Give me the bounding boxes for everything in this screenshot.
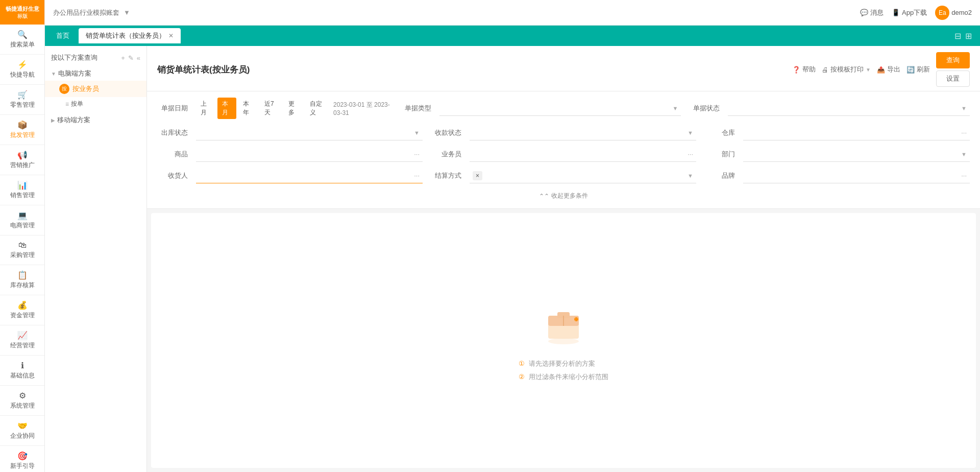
- date-btn-thisyear[interactable]: 本年: [238, 98, 258, 119]
- message-btn[interactable]: 💬 消息: [860, 8, 884, 17]
- ecommerce-icon: 💻: [2, 210, 42, 220]
- topbar-dropdown-btn[interactable]: ▼: [124, 9, 130, 16]
- settlement-tag-remove[interactable]: ×: [476, 172, 479, 179]
- settlement-field[interactable]: × ▼: [470, 168, 696, 183]
- doc-status-field[interactable]: ▼: [728, 101, 970, 116]
- search-icon: 🔍: [2, 30, 42, 39]
- tab-home[interactable]: 首页: [49, 28, 77, 43]
- print-label: 按模板打印: [830, 65, 864, 74]
- refresh-btn[interactable]: 🔄 刷新: [906, 65, 930, 74]
- sidebar-item-collab[interactable]: 🤝 企业协同: [0, 416, 44, 446]
- tab-maximize-btn[interactable]: ⊞: [965, 31, 972, 41]
- hint2-num: ②: [519, 373, 525, 381]
- add-scheme-btn[interactable]: +: [121, 54, 125, 62]
- sidebar-item-search-label: 搜索菜单: [10, 41, 35, 48]
- date-range-display: 2023-03-01 至 2023-03-31: [333, 101, 393, 116]
- dept-field[interactable]: ▼: [743, 147, 970, 162]
- receiver-field[interactable]: ···: [196, 168, 423, 183]
- empty-state: ① 请先选择要分析的方案 ② 用过滤条件来缩小分析范围: [151, 213, 976, 468]
- collapse-button[interactable]: ⌃⌃ 收起更多条件: [533, 190, 594, 202]
- doc-type-dropdown-icon: ▼: [672, 105, 678, 111]
- sidebar-item-system[interactable]: ⚙ 系统管理: [0, 386, 44, 416]
- topbar-left: 办公用品行业模拟账套 ▼: [53, 8, 130, 17]
- print-btn[interactable]: 🖨 按模板打印 ▼: [822, 65, 871, 74]
- print-dropdown-icon[interactable]: ▼: [866, 67, 871, 73]
- date-btn-lastmonth[interactable]: 上月: [196, 98, 215, 119]
- right-content: 销货单统计表(按业务员) ❓ 帮助 🖨 按模板打印 ▼ 📤 导出: [147, 46, 980, 472]
- hint1-text: 请先选择要分析的方案: [529, 360, 595, 367]
- system-icon: ⚙: [2, 391, 42, 400]
- sidebar-item-sales[interactable]: 📊 销售管理: [0, 175, 44, 205]
- date-btn-thismonth[interactable]: 本月: [217, 98, 237, 119]
- mobile-scheme-group-label: 移动端方案: [57, 115, 90, 125]
- collapse-panel-btn[interactable]: «: [137, 54, 140, 62]
- salesperson-scheme-icon: 按: [59, 84, 69, 94]
- sidebar-item-operations[interactable]: 📈 经营管理: [0, 325, 44, 356]
- receipt-status-label: 收款状态: [431, 128, 461, 137]
- operations-icon: 📈: [2, 331, 42, 340]
- date-btn-custom[interactable]: 自定义: [305, 98, 329, 119]
- salesperson-field[interactable]: ···: [470, 147, 696, 162]
- sidebar-item-search[interactable]: 🔍 搜索菜单: [0, 25, 44, 55]
- sidebar-item-system-label: 系统管理: [10, 402, 35, 409]
- tab-minimize-btn[interactable]: ⊟: [954, 31, 961, 41]
- goods-field[interactable]: ···: [196, 147, 423, 162]
- collapse-arrow-icon: ⌃⌃: [539, 193, 549, 200]
- doc-status-dropdown-icon: ▼: [961, 105, 967, 111]
- out-status-field[interactable]: ▼: [196, 125, 423, 140]
- doc-type-field[interactable]: ▼: [439, 101, 681, 116]
- scheme-item-by-salesperson[interactable]: 按 按业务员: [45, 81, 146, 97]
- help-btn[interactable]: ❓ 帮助: [792, 65, 816, 74]
- goods-more-icon[interactable]: ···: [414, 150, 420, 158]
- edit-scheme-btn[interactable]: ✎: [128, 54, 134, 62]
- collab-icon: 🤝: [2, 421, 42, 431]
- sidebar-item-finance[interactable]: 💰 资金管理: [0, 295, 44, 325]
- sidebar-item-basic-info[interactable]: ℹ 基础信息: [0, 356, 44, 386]
- tab-sales-stat[interactable]: 销货单统计表（按业务员） ✕: [79, 28, 181, 43]
- message-label: 消息: [870, 8, 884, 17]
- filter-area: 单据日期 上月 本月 本年 近7天 更多 自定义 2023-03-01 至 20…: [147, 91, 980, 209]
- date-btn-7days[interactable]: 近7天: [260, 98, 282, 119]
- empty-illustration: [538, 298, 589, 349]
- app-download-btn[interactable]: 📱 App下载: [892, 8, 927, 17]
- sidebar-item-marketing[interactable]: 📢 营销推广: [0, 145, 44, 175]
- receipt-status-field[interactable]: ▼: [470, 125, 696, 140]
- collapse-bar: ⌃⌃ 收起更多条件: [157, 190, 970, 202]
- settlement-dropdown-icon: ▼: [688, 173, 693, 179]
- brand-field[interactable]: ···: [743, 168, 970, 183]
- warehouse-field[interactable]: ···: [743, 125, 970, 140]
- sidebar-item-ecommerce[interactable]: 💻 电商管理: [0, 205, 44, 235]
- sidebar-item-quicknav[interactable]: ⚡ 快捷导航: [0, 55, 44, 85]
- salesperson-more-icon[interactable]: ···: [688, 150, 693, 158]
- warehouse-more-icon[interactable]: ···: [961, 129, 967, 136]
- sidebar-item-marketing-label: 营销推广: [10, 161, 35, 169]
- export-btn[interactable]: 📤 导出: [877, 65, 900, 74]
- pc-group-arrow: ▼: [51, 71, 56, 77]
- purchase-icon: 🛍: [2, 241, 42, 250]
- salesperson-label: 业务员: [431, 150, 461, 159]
- query-button[interactable]: 查询: [936, 52, 970, 68]
- scheme-sub-item-by-order[interactable]: ≡ 按单: [45, 97, 146, 111]
- export-label: 导出: [887, 65, 900, 74]
- out-status-label: 出库状态: [157, 128, 188, 137]
- tab-close-btn[interactable]: ✕: [168, 32, 174, 39]
- mobile-scheme-group-title[interactable]: ▶ 移动端方案: [45, 113, 146, 127]
- sidebar-item-retail[interactable]: 🛒 零售管理: [0, 85, 44, 115]
- sidebar-item-inventory[interactable]: 📋 库存核算: [0, 265, 44, 295]
- help-icon: ❓: [792, 66, 800, 74]
- user-menu[interactable]: Ea demo2: [935, 6, 972, 20]
- receiver-more-icon[interactable]: ···: [414, 172, 420, 179]
- date-filter: 上月 本月 本年 近7天 更多 自定义 2023-03-01 至 2023-03…: [196, 98, 393, 119]
- pc-scheme-group-title[interactable]: ▼ 电脑端方案: [45, 66, 146, 81]
- brand-more-icon[interactable]: ···: [961, 172, 967, 179]
- date-btn-more[interactable]: 更多: [284, 98, 303, 119]
- top-title: 办公用品行业模拟账套: [53, 8, 119, 17]
- settings-button[interactable]: 设置: [936, 70, 970, 87]
- svg-point-0: [548, 338, 579, 344]
- mobile-group-arrow: ▶: [51, 117, 55, 123]
- sidebar-item-purchase[interactable]: 🛍 采购管理: [0, 235, 44, 265]
- user-name: demo2: [951, 9, 972, 16]
- hint1-num: ①: [519, 360, 525, 367]
- sidebar-item-guide[interactable]: 🎯 新手引导: [0, 446, 44, 472]
- sidebar-item-wholesale[interactable]: 📦 批发管理: [0, 115, 44, 145]
